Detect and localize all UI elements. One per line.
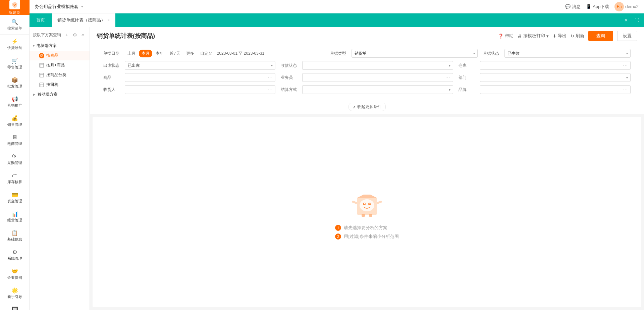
left-panel: 按以下方案查询 + ⚙ « ▾ 电脑端方案 按 按商品 (30, 27, 90, 310)
receiver-input[interactable] (125, 85, 275, 94)
print-btn[interactable]: 🖨 按模板打印 ▾ (518, 33, 549, 39)
settings-button[interactable]: 设置 (617, 31, 637, 41)
search-menu[interactable]: 🔍 搜索菜单 (0, 15, 29, 35)
tree-item-by-month-goods[interactable]: 按月+商品 (30, 60, 90, 70)
sidebar-item-ecommerce[interactable]: 🖥 电商管理 (0, 131, 29, 150)
tree-item-active-icon: 按 (39, 53, 44, 58)
filter-payment: 结算方式 ▾ (281, 85, 453, 94)
receipt-status-select[interactable] (302, 61, 453, 70)
dept-label: 部门 (459, 75, 479, 81)
tip-text-2: 用[过滤]条件来缩小分析范围 (344, 234, 398, 240)
sidebar-item-guide[interactable]: 🌟 新手引导 (0, 283, 29, 303)
tab-home[interactable]: 首页 (30, 13, 52, 27)
sidebar: 标题页 🔍 搜索菜单 ⚡ 快捷导航 🛒 零售管理 📦 批发管理 📢 营销推广 💰… (0, 0, 30, 310)
query-button[interactable]: 查询 (588, 31, 613, 41)
payment-select[interactable] (302, 85, 453, 94)
sidebar-item-retail[interactable]: 🛒 零售管理 (0, 54, 29, 73)
date-tab-last-month[interactable]: 上月 (125, 50, 138, 57)
tab-close-window[interactable]: ✕ (621, 15, 631, 25)
page-title: 销货单统计表(按商品) (97, 32, 155, 40)
enterprise-label: 企业协同 (7, 275, 22, 280)
app-download-btn[interactable]: 📱 App下载 (586, 4, 609, 10)
message-label: 消息 (572, 4, 581, 10)
page-content: 按以下方案查询 + ⚙ « ▾ 电脑端方案 按 按商品 (30, 27, 644, 310)
tab-maximize[interactable]: ⛶ (632, 15, 641, 25)
svg-rect-0 (40, 63, 44, 67)
message-icon: 💬 (565, 4, 571, 9)
doc-type-label: 单据类型 (330, 51, 350, 56)
tree-collapse-icon: ▶ (33, 93, 36, 96)
empty-illustration (347, 185, 387, 218)
sidebar-item-finance[interactable]: 💳 资金管理 (0, 188, 29, 207)
retail-label: 零售管理 (7, 65, 22, 70)
sidebar-item-purchase[interactable]: 🛍 采购管理 (0, 150, 29, 169)
sidebar-item-wholesale[interactable]: 📦 批发管理 (0, 73, 29, 92)
empty-tip-1: 1 请先选择要分析的方案 (335, 225, 398, 231)
filter-doc-status: 单据状态 已生效 ▾ (483, 49, 631, 58)
doc-status-select[interactable]: 已生效 (504, 49, 631, 58)
doc-type-select[interactable]: 销货单 (352, 49, 478, 58)
enterprise-icon: 🤝 (11, 268, 18, 274)
tree-parent-mobile[interactable]: ▶ 移动端方案 (30, 90, 90, 99)
export-btn[interactable]: ⬇ 导出 (553, 33, 567, 39)
dept-select[interactable] (480, 73, 631, 82)
page-header-actions: ❓ 帮助 🖨 按模板打印 ▾ ⬇ 导出 ↻ (498, 31, 637, 41)
wholesale-icon: 📦 (11, 76, 18, 83)
help-label: 帮助 (505, 33, 514, 39)
sidebar-item-system[interactable]: ⚙ 系统管理 (0, 245, 29, 264)
sidebar-item-enterprise[interactable]: 🤝 企业协同 (0, 264, 29, 283)
tree-item-icon-3 (39, 82, 44, 88)
date-range-value: 2023-03-01 至 2023-03-31 (217, 51, 264, 56)
collapse-panel-btn[interactable]: « (79, 32, 86, 38)
filter-row-4: 收货人 ··· 结算方式 (103, 85, 631, 94)
tree-parent-desktop[interactable]: ▾ 电脑端方案 (30, 41, 90, 51)
brand-input[interactable] (480, 85, 631, 94)
tree-item-icon-2 (39, 72, 44, 78)
print-icon: 🖨 (518, 34, 522, 39)
date-tab-custom[interactable]: 自定义 (198, 50, 215, 57)
receipt-status-label: 收款状态 (281, 63, 301, 68)
sidebar-item-operations[interactable]: 📊 经营管理 (0, 207, 29, 226)
tree-item-by-goods[interactable]: 按 按商品 (30, 51, 90, 60)
refresh-btn[interactable]: ↻ 刷新 (571, 33, 584, 39)
out-status-select[interactable]: 已出库 (125, 61, 275, 70)
staff-input[interactable] (302, 73, 453, 82)
tab-active[interactable]: 销货单统计表（按商品） × (52, 13, 115, 27)
date-tab-this-year[interactable]: 本年 (153, 50, 166, 57)
payment-label: 结算方式 (281, 87, 301, 93)
user-menu[interactable]: Ea demo2 (614, 2, 639, 11)
sidebar-item-sales[interactable]: 💰 销售管理 (0, 111, 29, 131)
help-btn[interactable]: ❓ 帮助 (498, 33, 514, 39)
date-tab-7days[interactable]: 近7天 (167, 50, 183, 57)
warehouse-input[interactable] (480, 61, 631, 70)
tree-item-by-driver[interactable]: 按司机 (30, 80, 90, 90)
sidebar-item-apps[interactable]: 🔲 应用中心 (0, 303, 29, 310)
collapse-row: ∧ 收起更多条件 (97, 101, 637, 114)
sales-label: 销售管理 (7, 122, 22, 127)
receiver-label: 收货人 (103, 87, 123, 93)
goods-input[interactable] (125, 73, 275, 82)
settings-scheme-btn[interactable]: ⚙ (71, 32, 78, 38)
sidebar-item-marketing[interactable]: 📢 营销推广 (0, 92, 29, 111)
filter-out-status: 出库状态 已出库 ▾ (103, 61, 275, 70)
message-btn[interactable]: 💬 消息 (565, 4, 581, 10)
collapse-btn[interactable]: ∧ 收起更多条件 (348, 103, 386, 111)
add-scheme-btn[interactable]: + (63, 32, 70, 38)
app-download-label: App下载 (593, 4, 609, 10)
collapse-up-icon: ∧ (353, 105, 356, 109)
collapse-label: 收起更多条件 (357, 104, 381, 110)
sidebar-item-basic[interactable]: 📋 基础信息 (0, 226, 29, 245)
sidebar-item-inventory[interactable]: 🗃 库存核算 (0, 169, 29, 188)
quick-nav[interactable]: ⚡ 快捷导航 (0, 35, 29, 54)
doc-status-label: 单据状态 (483, 51, 503, 56)
tab-active-label: 销货单统计表（按商品） (57, 17, 105, 23)
tree-item-by-category[interactable]: 按商品分类 (30, 70, 90, 80)
filter-receiver: 收货人 ··· (103, 85, 275, 94)
date-tab-this-month[interactable]: 本月 (139, 50, 152, 57)
export-icon: ⬇ (553, 34, 556, 39)
workspace-dropdown-icon[interactable]: ▾ (81, 4, 83, 9)
print-dropdown-icon[interactable]: ▾ (546, 34, 549, 39)
tab-close-icon[interactable]: × (107, 18, 110, 22)
date-tab-more[interactable]: 更多 (183, 50, 197, 57)
tree-item-label-3: 按商品分类 (46, 72, 66, 78)
